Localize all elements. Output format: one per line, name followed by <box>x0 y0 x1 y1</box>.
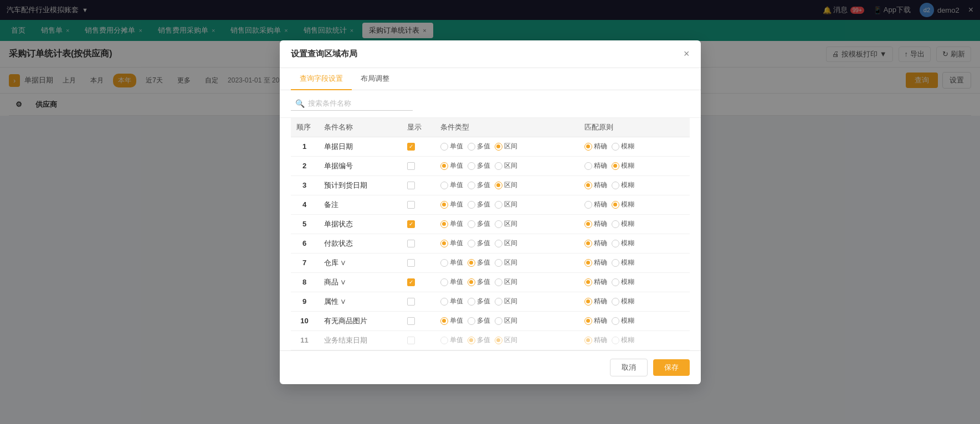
modal-tab-query-fields[interactable]: 查询字段设置 <box>291 68 352 90</box>
search-icon: 🔍 <box>295 99 305 108</box>
search-input[interactable] <box>308 99 402 107</box>
tab-query-fields-label: 查询字段设置 <box>300 74 343 82</box>
modal-tab-layout[interactable]: 布局调整 <box>352 68 398 90</box>
modal-overlay[interactable]: 设置查询区域布局 × 查询字段设置 布局调整 🔍 顺序 <box>0 0 980 116</box>
modal-header: 设置查询区域布局 × <box>280 40 701 68</box>
modal-title: 设置查询区域布局 <box>291 49 357 59</box>
modal-search-area: 🔍 <box>280 90 701 116</box>
modal: 设置查询区域布局 × 查询字段设置 布局调整 🔍 顺序 <box>280 40 701 116</box>
modal-tabs: 查询字段设置 布局调整 <box>280 68 701 90</box>
modal-close-button[interactable]: × <box>684 48 690 60</box>
tab-layout-label: 布局调整 <box>361 74 389 82</box>
search-wrapper: 🔍 <box>291 97 413 111</box>
